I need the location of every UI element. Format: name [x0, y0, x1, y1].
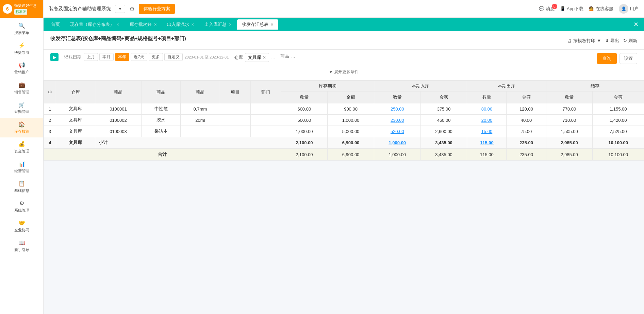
- date-btn-last-month[interactable]: 上月: [84, 53, 98, 61]
- data-table: ⚙ 仓库 商品 商品 商品 项目 部门 库存期初 本期入库 本期出库 结存 数量: [44, 81, 644, 161]
- product-filter: 商品 ...: [280, 53, 295, 59]
- col-opening-qty: 数量: [281, 92, 328, 103]
- table-row: 3 文具库 0100003 采访本 1,000.00 5,000.00 520.…: [44, 126, 644, 137]
- sidebar-item-basic[interactable]: 📋基础信息: [0, 177, 43, 197]
- tab-home[interactable]: 首页: [46, 19, 65, 30]
- page-header: 收发存汇总表(按仓库+商品编码+商品+规格型号+项目+部门) 🖨 按模板打印 ▼…: [44, 31, 644, 50]
- query-button[interactable]: 查询: [597, 53, 617, 64]
- app-download-button[interactable]: 📱 App下载: [560, 6, 583, 12]
- export-button[interactable]: ⬇ 导出: [605, 38, 619, 44]
- sidebar-item-search[interactable]: 🔍搜索菜单: [0, 19, 43, 39]
- sidebar-item-enterprise[interactable]: 🤝企业协同: [0, 216, 43, 236]
- sidebar-item-quick[interactable]: ⚡快捷导航: [0, 39, 43, 59]
- date-btn-this-year[interactable]: 本年: [115, 53, 129, 61]
- message-button[interactable]: 💬 消息 6: [539, 6, 555, 12]
- page-title: 收发存汇总表(按仓库+商品编码+商品+规格型号+项目+部门): [50, 35, 186, 42]
- sidebar-item-guide[interactable]: 📖新手引导: [0, 236, 43, 256]
- col-out-amount: 金额: [507, 92, 546, 103]
- col-in-qty: 数量: [374, 92, 420, 103]
- sidebar: 6 畅捷通好生意 标准版 🔍搜索菜单⚡快捷导航📢营销推广💼销售管理🛒采购管理🏠库…: [0, 0, 44, 314]
- col-product-code: 商品: [95, 81, 142, 103]
- col-group-in: 本期入库: [374, 81, 467, 92]
- sidebar-item-capital[interactable]: 💰资金管理: [0, 137, 43, 157]
- total-out-qty: 115.00: [467, 148, 507, 161]
- col-out-qty: 数量: [467, 92, 507, 103]
- sidebar-item-system[interactable]: ⚙系统管理: [0, 197, 43, 216]
- settings-icon[interactable]: ⚙: [129, 5, 135, 13]
- sidebar-item-inventory[interactable]: 🏠库存核算: [0, 118, 43, 137]
- close-all-tabs-button[interactable]: ✕: [631, 21, 641, 28]
- tab-close-in-out-summary[interactable]: ✕: [229, 22, 232, 27]
- col-department: 部门: [250, 81, 281, 103]
- warehouse-more[interactable]: ...: [271, 55, 275, 60]
- expand-conditions-button[interactable]: ▼ 展开更多条件: [50, 67, 637, 77]
- sidebar-item-operations[interactable]: 📊经营管理: [0, 157, 43, 177]
- total-label: 合计: [44, 148, 281, 161]
- col-product-spec: 商品: [180, 81, 220, 103]
- tab-inventory-dist[interactable]: 现存量（库存分布表）✕: [65, 19, 124, 30]
- date-btn-this-month[interactable]: 本月: [99, 53, 114, 61]
- col-balance-amount: 金额: [593, 92, 644, 103]
- total-opening-amount: 6,900.00: [328, 148, 374, 161]
- warehouse-tag: 文具库 ✕: [245, 53, 269, 62]
- sidebar-nav: 🔍搜索菜单⚡快捷导航📢营销推广💼销售管理🛒采购管理🏠库存核算💰资金管理📊经营管理…: [0, 18, 43, 314]
- col-group-opening: 库存期初: [281, 81, 374, 92]
- sidebar-item-sales[interactable]: 💼销售管理: [0, 78, 43, 98]
- tab-close-batch[interactable]: ✕: [154, 22, 157, 27]
- table-row: 1 文具库 0100001 中性笔 0.7mm 600.00 900.00 25…: [44, 103, 644, 115]
- table-settings-col[interactable]: ⚙: [44, 81, 56, 103]
- page-content: 收发存汇总表(按仓库+商品编码+商品+规格型号+项目+部门) 🖨 按模板打印 ▼…: [44, 31, 644, 314]
- filter-area: ▶ 记账日期 上月 本月 本年 近7天 更多 自定义 2023-01-01 至 …: [44, 50, 644, 81]
- refresh-button[interactable]: ↻ 刷新: [623, 38, 637, 44]
- print-button[interactable]: 🖨 按模板打印 ▼: [567, 38, 601, 44]
- total-in-qty: 1,000.00: [374, 148, 420, 161]
- filter-settings-button[interactable]: 设置: [620, 53, 637, 64]
- logo-text: 畅捷通好生意 标准版: [14, 3, 37, 14]
- user-menu[interactable]: 👤 用户: [619, 4, 639, 14]
- sidebar-item-purchase[interactable]: 🛒采购管理: [0, 98, 43, 118]
- total-in-amount: 3,435.00: [420, 148, 467, 161]
- product-more[interactable]: ...: [291, 54, 295, 59]
- logo-icon: 6: [3, 4, 12, 14]
- topbar: 装备及固定资产辅助管理系统 ▼ ⚙ 体验行业方案 💬 消息 6 📱 App下载 …: [44, 0, 644, 18]
- system-dropdown[interactable]: ▼: [115, 5, 125, 13]
- tab-close-recv-send-summary[interactable]: ✕: [270, 22, 274, 27]
- col-product-name: 商品: [142, 81, 181, 103]
- tab-batch[interactable]: 库存批次账✕: [125, 19, 162, 30]
- tab-in-out-summary[interactable]: 出入库汇总✕: [200, 19, 236, 30]
- tab-recv-send-summary[interactable]: 收发存汇总表✕: [237, 19, 278, 30]
- date-buttons: 上月 本月 本年 近7天 更多 自定义: [84, 53, 183, 61]
- total-balance-amount: 10,100.00: [593, 148, 644, 161]
- filter-collapse-button[interactable]: ▶: [50, 53, 59, 61]
- table-total-row: 合计 2,100.00 6,900.00 1,000.00 3,435.00 1…: [44, 148, 644, 161]
- topbar-right: 💬 消息 6 📱 App下载 💁 在线客服 👤 用户: [539, 4, 639, 14]
- online-service-button[interactable]: 💁 在线客服: [589, 6, 613, 12]
- date-btn-7days[interactable]: 近7天: [131, 53, 147, 61]
- total-out-amount: 235.00: [507, 148, 546, 161]
- sidebar-item-marketing[interactable]: 📢营销推广: [0, 59, 43, 78]
- system-title: 装备及固定资产辅助管理系统: [49, 6, 111, 12]
- table-row: 2 文具库 0100002 胶水 20ml 500.00 1,000.00 23…: [44, 115, 644, 126]
- avatar: 👤: [619, 4, 628, 14]
- trial-button[interactable]: 体验行业方案: [139, 4, 175, 14]
- tab-in-out-flow[interactable]: 出入库流水✕: [162, 19, 199, 30]
- date-btn-custom[interactable]: 自定义: [164, 53, 183, 61]
- tab-close-in-out-flow[interactable]: ✕: [191, 22, 194, 27]
- col-in-amount: 金额: [420, 92, 467, 103]
- date-btn-more[interactable]: 更多: [149, 53, 163, 61]
- tab-close-inventory-dist[interactable]: ✕: [116, 22, 119, 27]
- topbar-left: 装备及固定资产辅助管理系统 ▼ ⚙ 体验行业方案: [49, 4, 175, 14]
- warehouse-filter: 仓库 文具库 ✕ ...: [234, 53, 275, 62]
- warehouse-tag-close[interactable]: ✕: [263, 55, 266, 60]
- main-content: 装备及固定资产辅助管理系统 ▼ ⚙ 体验行业方案 💬 消息 6 📱 App下载 …: [44, 0, 644, 314]
- col-balance-qty: 数量: [546, 92, 593, 103]
- date-range: 2023-01-01 至 2023-12-31: [185, 55, 229, 60]
- sidebar-logo: 6 畅捷通好生意 标准版: [0, 0, 43, 18]
- total-opening-qty: 2,100.00: [281, 148, 328, 161]
- col-opening-amount: 金额: [328, 92, 374, 103]
- date-filter: 记账日期 上月 本月 本年 近7天 更多 自定义 2023-01-01 至 20…: [64, 53, 229, 61]
- col-project: 项目: [220, 81, 250, 103]
- col-group-balance: 结存: [546, 81, 644, 92]
- data-table-container: ⚙ 仓库 商品 商品 商品 项目 部门 库存期初 本期入库 本期出库 结存 数量: [44, 81, 644, 161]
- total-balance-qty: 2,985.00: [546, 148, 593, 161]
